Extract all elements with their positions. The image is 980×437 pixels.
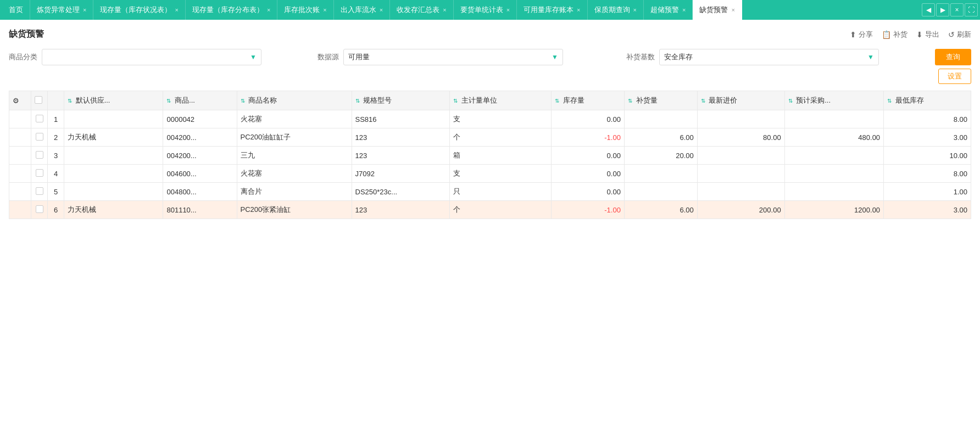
row-checkbox-input-0[interactable] xyxy=(36,115,43,122)
tab-next-button[interactable]: ▶ xyxy=(936,3,949,16)
row-estimated-5: 1200.00 xyxy=(784,201,883,219)
tab-close-inventory-status[interactable]: × xyxy=(175,7,178,13)
row-code-5: 801110... xyxy=(163,201,237,219)
row-estimated-3 xyxy=(784,165,883,183)
th-replenish-qty[interactable]: ⇅ 补货量 xyxy=(624,91,697,110)
query-button[interactable]: 查询 xyxy=(935,49,971,65)
tab-close-inventory-dist[interactable]: × xyxy=(267,7,270,13)
row-replenish-4 xyxy=(624,183,697,201)
tab-close-order-stats[interactable]: × xyxy=(506,7,510,13)
data-table: ⚙ ⇅ 默认供应... ⇅ 商品... ⇅ 商品名称 xyxy=(9,91,971,219)
tab-batch-account[interactable]: 库存批次账 × xyxy=(277,0,333,20)
replenish-base-select[interactable]: 安全库存 ▼ xyxy=(659,49,879,65)
row-code-2: 004200... xyxy=(163,147,237,165)
row-gear-3 xyxy=(9,165,31,183)
row-checkbox-input-5[interactable] xyxy=(36,205,43,213)
row-checkbox-input-1[interactable] xyxy=(36,133,43,141)
row-replenish-5: 6.00 xyxy=(624,201,697,219)
th-latest-price[interactable]: ⇅ 最新进价 xyxy=(697,91,784,110)
page-header: 缺货预警 ⬆ 分享 📋 补货 ⬇ 导出 ↺ 刷新 xyxy=(9,29,971,40)
tab-inventory-dist[interactable]: 现存量（库存分布表） × xyxy=(186,0,277,20)
row-checkbox-input-4[interactable] xyxy=(36,187,43,195)
th-unit[interactable]: ⇅ 主计量单位 xyxy=(450,91,552,110)
settings-button[interactable]: 设置 xyxy=(938,69,971,84)
tab-home[interactable]: 首页 xyxy=(2,0,30,20)
th-estimated-purchase[interactable]: ⇅ 预计采购... xyxy=(784,91,883,110)
row-price-0 xyxy=(697,110,784,128)
sort-icon-spec: ⇅ xyxy=(355,98,360,104)
row-checkbox-0[interactable] xyxy=(31,110,48,128)
gear-icon: ⚙ xyxy=(13,97,19,105)
row-spec-4: DS250*23c... xyxy=(352,183,450,201)
tab-available-ledger[interactable]: 可用量库存账本 × xyxy=(517,0,587,20)
export-button[interactable]: ⬇ 导出 xyxy=(916,30,939,40)
tab-prev-button[interactable]: ◀ xyxy=(922,3,935,16)
tab-close-in-out-flow[interactable]: × xyxy=(380,7,383,13)
row-unit-0: 支 xyxy=(450,110,552,128)
row-num-2: 3 xyxy=(48,147,64,165)
tab-close-receive-summary[interactable]: × xyxy=(443,7,446,13)
datasource-select[interactable]: 可用量 ▼ xyxy=(343,49,563,65)
row-code-0: 0000042 xyxy=(163,110,237,128)
replenish-button[interactable]: 📋 补货 xyxy=(882,30,907,40)
main-content: 缺货预警 ⬆ 分享 📋 补货 ⬇ 导出 ↺ 刷新 商品分类 xyxy=(0,20,980,437)
tab-close-batch-account[interactable]: × xyxy=(323,7,326,13)
row-checkbox-2[interactable] xyxy=(31,147,48,165)
row-price-1: 80.00 xyxy=(697,128,784,147)
tab-order-stats[interactable]: 要货单统计表 × xyxy=(454,0,517,20)
th-gear[interactable]: ⚙ xyxy=(9,91,31,110)
row-spec-1: 123 xyxy=(352,128,450,147)
th-spec[interactable]: ⇅ 规格型号 xyxy=(352,91,450,110)
row-price-3 xyxy=(697,165,784,183)
row-gear-4 xyxy=(9,183,31,201)
row-num-5: 6 xyxy=(48,201,64,219)
tab-abnormal[interactable]: 炼货异常处理 × xyxy=(30,0,93,20)
th-stock-qty[interactable]: ⇅ 库存量 xyxy=(552,91,625,110)
th-product-code[interactable]: ⇅ 商品... xyxy=(163,91,237,110)
row-checkbox-1[interactable] xyxy=(31,128,48,147)
tab-shortage[interactable]: 缺货预警 × xyxy=(693,0,742,20)
tab-expiry-query[interactable]: 保质期查询 × xyxy=(588,0,644,20)
row-spec-0: SS816 xyxy=(352,110,450,128)
refresh-button[interactable]: ↺ 刷新 xyxy=(948,30,971,40)
replenish-base-value: 安全库存 xyxy=(664,52,693,62)
row-stock-3: 0.00 xyxy=(552,165,625,183)
category-label: 商品分类 xyxy=(9,52,37,62)
refresh-icon: ↺ xyxy=(948,30,955,39)
row-checkbox-3[interactable] xyxy=(31,165,48,183)
table-row: 1 0000042 火花塞 SS816 支 0.00 8.00 xyxy=(9,110,971,128)
tab-overstock[interactable]: 超储预警 × xyxy=(644,0,693,20)
row-gear-5 xyxy=(9,201,31,219)
row-supplier-5: 力天机械 xyxy=(64,201,163,219)
th-min-stock[interactable]: ⇅ 最低库存 xyxy=(884,91,971,110)
tab-close-shortage[interactable]: × xyxy=(731,7,734,13)
tab-inventory-status[interactable]: 现存量（库存状况表） × xyxy=(93,0,185,20)
row-min-stock-3: 8.00 xyxy=(884,165,971,183)
header-checkbox[interactable] xyxy=(35,96,42,104)
tab-in-out-flow[interactable]: 出入库流水 × xyxy=(334,0,390,20)
tab-fullscreen-button[interactable]: ⛶ xyxy=(965,3,978,16)
tab-receive-summary[interactable]: 收发存汇总表 × xyxy=(390,0,453,20)
th-default-supplier[interactable]: ⇅ 默认供应... xyxy=(64,91,163,110)
th-checkbox[interactable] xyxy=(31,91,48,110)
header-actions: ⬆ 分享 📋 补货 ⬇ 导出 ↺ 刷新 xyxy=(850,30,971,40)
row-checkbox-4[interactable] xyxy=(31,183,48,201)
replenish-base-label: 补货基数 xyxy=(626,52,655,62)
category-select[interactable]: ▼ xyxy=(42,49,261,65)
row-checkbox-input-2[interactable] xyxy=(36,151,43,159)
th-product-name[interactable]: ⇅ 商品名称 xyxy=(237,91,352,110)
tab-close-overstock[interactable]: × xyxy=(682,7,686,13)
row-unit-3: 支 xyxy=(450,165,552,183)
tab-close-abnormal[interactable]: × xyxy=(83,7,86,13)
share-button[interactable]: ⬆ 分享 xyxy=(850,30,873,40)
datasource-arrow-icon: ▼ xyxy=(552,53,558,61)
tab-close-expiry-query[interactable]: × xyxy=(633,7,637,13)
row-checkbox-input-3[interactable] xyxy=(36,169,43,177)
row-code-3: 004600... xyxy=(163,165,237,183)
tab-close-all-button[interactable]: × xyxy=(950,3,964,16)
row-replenish-0 xyxy=(624,110,697,128)
row-stock-2: 0.00 xyxy=(552,147,625,165)
tab-close-available-ledger[interactable]: × xyxy=(577,7,580,13)
row-checkbox-5[interactable] xyxy=(31,201,48,219)
table-row: 5 004800... 离合片 DS250*23c... 只 0.00 1.00 xyxy=(9,183,971,201)
